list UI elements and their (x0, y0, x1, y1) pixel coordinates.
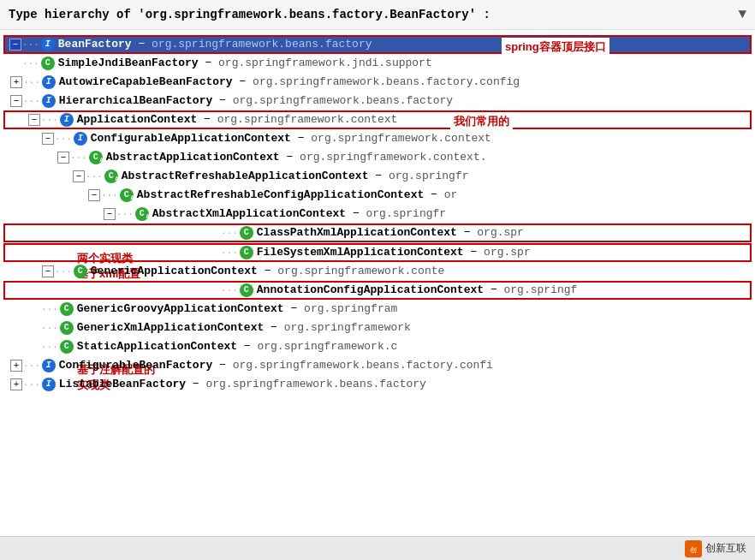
package-name: org.springframework.conte (277, 265, 444, 277)
node-text: HierarchicalBeanFactory − org.springfram… (59, 92, 453, 110)
node-text: AbstractApplicationContext − org.springf… (106, 148, 487, 167)
separator: − (464, 226, 478, 239)
class-name: ConfigurableBeanFactory (59, 359, 212, 372)
package-name: org.spr (484, 246, 531, 259)
separator: − (353, 207, 366, 220)
separator: − (270, 321, 284, 334)
node-text: AbstractRefreshableConfigApplicationCont… (137, 186, 458, 205)
tree-row: − ··· C GenericApplicationContext − org.… (3, 262, 752, 281)
tree-row: ··· C FileSystemXmlApplicationContext − … (3, 243, 752, 262)
separator: − (219, 359, 233, 372)
expand-icon[interactable]: − (9, 39, 21, 51)
expand-icon[interactable]: − (42, 133, 54, 145)
connector: ··· (23, 375, 40, 394)
package-name: org.spr (477, 226, 524, 239)
class-icon: C (240, 246, 253, 259)
expand-icon[interactable]: − (104, 208, 116, 220)
svg-text:创: 创 (690, 546, 697, 554)
package-name: org.springframework.jndi.support (218, 57, 432, 69)
package-name: org.springframework.beans.factory.confi (233, 359, 493, 372)
class-name: ClassPathXmlApplicationContext (257, 226, 457, 239)
separator: − (431, 188, 444, 201)
class-name: AbstractRefreshableApplicationContext (122, 170, 369, 182)
class-name: FileSystemXmlApplicationContext (257, 246, 464, 259)
class-name: ApplicationContext (77, 113, 197, 126)
interface-icon: I (41, 38, 55, 51)
connector: ··· (70, 148, 87, 167)
class-icon: C (240, 283, 253, 297)
tree-row: − ··· CA AbstractRefreshableConfigApplic… (3, 186, 752, 205)
node-text: GenericApplicationContext − org.springfr… (91, 262, 445, 281)
expand-icon[interactable]: + (10, 76, 22, 88)
tree-container: − ··· I BeanFactory − org.springframewor… (0, 30, 755, 532)
connector: ··· (55, 129, 72, 148)
separator: − (244, 340, 258, 353)
connector: ··· (55, 262, 72, 281)
header-title: Type hierarchy of 'org.springframework.b… (9, 8, 731, 21)
header: Type hierarchy of 'org.springframework.b… (0, 0, 755, 30)
node-text: GenericXmlApplicationContext − org.sprin… (77, 319, 411, 337)
class-name: GenericApplicationContext (91, 265, 258, 277)
expand-icon[interactable]: − (73, 170, 85, 182)
package-name: org.springframework.context. (300, 151, 486, 164)
tree-row: − ··· I ApplicationContext − org.springf… (3, 110, 752, 129)
separator: − (290, 302, 304, 315)
interface-icon: I (42, 359, 56, 372)
connector: ··· (101, 186, 118, 205)
tree-row: + ··· I ConfigurableBeanFactory − org.sp… (3, 356, 752, 375)
tree-row: + ··· I ListableBeanFactory − org.spring… (3, 375, 752, 394)
separator: − (298, 132, 312, 145)
connector: ··· (23, 356, 40, 375)
expand-icon[interactable]: − (42, 265, 54, 277)
separator: − (204, 113, 217, 126)
tree-row: − ··· I HierarchicalBeanFactory − org.sp… (3, 92, 752, 110)
connector: ··· (22, 35, 39, 54)
node-text: ConfigurableApplicationContext − org.spr… (91, 129, 491, 148)
node-text: AnnotationConfigApplicationContext − org… (257, 281, 578, 300)
class-name: StaticApplicationContext (77, 340, 237, 353)
expand-icon[interactable]: − (88, 189, 100, 201)
class-name: GenericXmlApplicationContext (77, 321, 264, 334)
tree-row: − ··· CA AbstractXmlApplicationContext −… (3, 205, 752, 223)
separator: − (239, 75, 253, 88)
connector: ··· (23, 92, 40, 110)
package-name: org.springframework (284, 321, 411, 334)
expand-icon[interactable]: − (10, 95, 22, 107)
class-name: AutowireCapableBeanFactory (59, 75, 233, 88)
interface-icon: I (42, 378, 56, 391)
connector: ··· (41, 300, 58, 319)
expand-icon[interactable]: − (57, 152, 69, 164)
connector: ··· (221, 243, 238, 262)
connector: ··· (221, 281, 238, 300)
package-name: org.springfr (389, 170, 469, 182)
expand-icon[interactable]: + (10, 360, 22, 372)
tree-row: − ··· I BeanFactory − org.springframewor… (3, 35, 752, 54)
interface-icon: I (74, 132, 87, 146)
class-icon: CA (120, 188, 134, 202)
tree-row: + ··· I AutowireCapableBeanFactory − org… (3, 73, 752, 92)
class-icon: C (240, 226, 253, 240)
expand-icon[interactable]: − (28, 114, 40, 126)
class-name: AbstractXmlApplicationContext (152, 207, 346, 220)
package-name: org.springf (503, 283, 577, 296)
header-title-prefix: Type hierarchy of (9, 8, 138, 21)
connector: ··· (22, 54, 39, 73)
node-text: AbstractRefreshableApplicationContext − … (122, 167, 469, 186)
class-name: AnnotationConfigApplicationContext (257, 283, 484, 296)
package-name: org.springframework.beans.factory.config (253, 75, 520, 88)
separator: − (219, 94, 233, 107)
class-name: HierarchicalBeanFactory (59, 94, 212, 107)
expand-icon[interactable]: + (10, 378, 22, 390)
collapse-arrow-icon[interactable]: ▼ (738, 7, 746, 22)
node-text: StaticApplicationContext − org.springfra… (77, 337, 397, 356)
header-title-path: 'org.springframework.beans.factory.BeanF… (138, 8, 476, 21)
watermark-text: 创新互联 (705, 541, 746, 556)
tree-row: − ··· I ConfigurableApplicationContext −… (3, 129, 752, 148)
node-text: FileSystemXmlApplicationContext − org.sp… (257, 243, 531, 262)
connector: ··· (221, 223, 238, 242)
separator: − (265, 265, 278, 277)
tree-row: ··· C SimpleJndiBeanFactory − org.spring… (3, 54, 752, 73)
tree-row: − ··· CA AbstractRefreshableApplicationC… (3, 167, 752, 186)
header-title-suffix: : (484, 8, 490, 21)
package-name: org.springfram (304, 302, 397, 315)
